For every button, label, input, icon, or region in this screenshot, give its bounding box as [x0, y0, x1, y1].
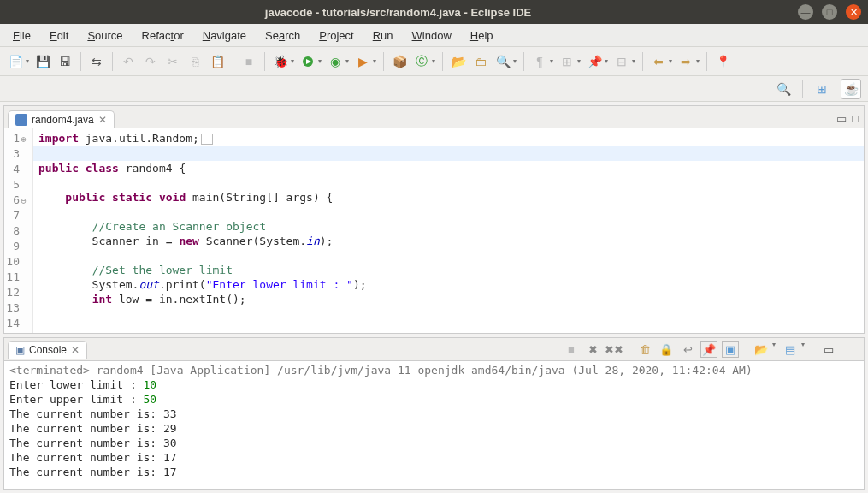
console-line: The current number is: 17: [9, 450, 859, 465]
console-line: The current number is: 33: [9, 407, 859, 421]
run-button[interactable]: [298, 51, 318, 72]
menu-refactor[interactable]: Refactor: [134, 27, 192, 45]
console-line: Enter upper limit : 50: [9, 392, 859, 407]
line-number-gutter: 1⊕3 4 5 6⊖7 8 9 10 11 12 13 14: [4, 128, 33, 333]
menu-bar: File Edit Source Refactor Navigate Searc…: [0, 24, 868, 47]
annotation-button[interactable]: ⊟: [611, 51, 632, 72]
menu-run[interactable]: Run: [365, 27, 401, 45]
console-tab-close-icon[interactable]: ✕: [71, 344, 80, 356]
console-pin-icon[interactable]: 📌: [700, 341, 717, 358]
open-task-button[interactable]: 🗀: [470, 51, 491, 72]
menu-help[interactable]: Help: [463, 27, 501, 45]
console-output[interactable]: <terminated> random4 [Java Application] …: [4, 361, 864, 489]
undo-button[interactable]: ↶: [118, 51, 139, 72]
save-all-button[interactable]: 🖫: [55, 51, 75, 72]
perspective-bar: 🔍 ⊞ ☕: [0, 76, 868, 102]
console-line: Enter lower limit : 10: [9, 377, 859, 392]
console-terminate-icon[interactable]: ■: [563, 341, 580, 358]
editor-tab-random4[interactable]: random4.java ✕: [8, 110, 115, 128]
menu-window[interactable]: Window: [404, 27, 459, 45]
java-perspective-button[interactable]: ☕: [841, 79, 861, 99]
editor-maximize-icon[interactable]: □: [852, 112, 859, 125]
open-type-button[interactable]: 📂: [448, 51, 469, 72]
editor-tab-label: random4.java: [32, 114, 94, 126]
pin-button[interactable]: 📌: [584, 51, 605, 72]
console-tab-label: Console: [29, 344, 67, 356]
quick-access-search-icon[interactable]: 🔍: [773, 79, 794, 99]
window-minimize-button[interactable]: —: [798, 4, 813, 20]
link-editor-button[interactable]: ⇆: [86, 51, 107, 72]
console-terminated-line: <terminated> random4 [Java Application] …: [9, 363, 859, 377]
editor-minimize-icon[interactable]: ▭: [836, 112, 847, 125]
coverage-button[interactable]: ◉: [325, 51, 345, 72]
console-tab[interactable]: ▣ Console ✕: [8, 341, 87, 359]
editor-tab-row: random4.java ✕ ▭ □: [4, 106, 864, 128]
main-toolbar: 📄▾ 💾 🖫 ⇆ ↶ ↷ ✂ ⎘ 📋 ■ 🐞▾ ▾ ◉▾ ▶▾ 📦 Ⓒ▾ 📂 🗀…: [0, 47, 868, 76]
run-last-button[interactable]: ▶: [352, 51, 373, 72]
window-title: javacode - tutorials/src/random4.java - …: [7, 6, 789, 19]
console-line: The current number is: 17: [9, 465, 859, 479]
menu-project[interactable]: Project: [311, 27, 361, 45]
menu-edit[interactable]: Edit: [42, 27, 76, 45]
console-scroll-lock-icon[interactable]: 🔒: [658, 341, 675, 358]
window-maximize-button[interactable]: □: [822, 4, 837, 20]
toggle-mark-button[interactable]: ¶: [529, 51, 550, 72]
console-tab-row: ▣ Console ✕ ■ ✖ ✖✖ 🗑 🔒 ↩ 📌 ▣ 📂▾ ▤▾ ▭ □: [4, 338, 864, 361]
new-class-button[interactable]: Ⓒ: [411, 51, 432, 72]
menu-navigate[interactable]: Navigate: [195, 27, 254, 45]
terminate-button[interactable]: ■: [239, 51, 259, 72]
search-button[interactable]: 🔍: [493, 51, 513, 72]
console-word-wrap-icon[interactable]: ↩: [679, 341, 696, 358]
console-pane: ▣ Console ✕ ■ ✖ ✖✖ 🗑 🔒 ↩ 📌 ▣ 📂▾ ▤▾ ▭ □ <…: [3, 337, 865, 490]
code-editor[interactable]: 1⊕3 4 5 6⊖7 8 9 10 11 12 13 14 import ja…: [4, 128, 864, 333]
toggle-block-button[interactable]: ⊞: [557, 51, 577, 72]
save-button[interactable]: 💾: [32, 51, 53, 72]
menu-search[interactable]: Search: [257, 27, 308, 45]
window-close-button[interactable]: ✕: [846, 4, 861, 20]
menu-file[interactable]: File: [5, 27, 38, 45]
console-display-icon[interactable]: ▤: [782, 341, 799, 358]
console-minimize-icon[interactable]: ▭: [820, 341, 837, 358]
console-remove-all-icon[interactable]: ✖✖: [605, 341, 623, 358]
redo-button[interactable]: ↷: [140, 51, 161, 72]
java-file-icon: [15, 114, 27, 126]
window-titlebar: javacode - tutorials/src/random4.java - …: [0, 0, 868, 24]
console-remove-terminated-icon[interactable]: ✖: [584, 341, 601, 358]
back-button[interactable]: ⬅: [648, 51, 669, 72]
console-toolbar: ■ ✖ ✖✖ 🗑 🔒 ↩ 📌 ▣ 📂▾ ▤▾ ▭ □: [563, 341, 864, 358]
console-icon: ▣: [15, 344, 25, 356]
console-maximize-icon[interactable]: □: [841, 341, 859, 358]
paste-button[interactable]: 📋: [207, 51, 227, 72]
code-content[interactable]: import java.util.Random; public class ra…: [33, 128, 864, 333]
console-line: The current number is: 29: [9, 421, 859, 436]
new-button[interactable]: 📄: [5, 51, 26, 72]
editor-pane: random4.java ✕ ▭ □ 1⊕3 4 5 6⊖7 8 9 10 11…: [3, 105, 865, 334]
new-package-button[interactable]: 📦: [389, 51, 410, 72]
console-show-console-icon[interactable]: ▣: [722, 341, 739, 358]
console-line: The current number is: 30: [9, 436, 859, 450]
cut-button[interactable]: ✂: [162, 51, 183, 72]
pin-editor-button[interactable]: 📍: [712, 51, 733, 72]
debug-button[interactable]: 🐞: [270, 51, 291, 72]
copy-button[interactable]: ⎘: [185, 51, 205, 72]
open-perspective-button[interactable]: ⊞: [812, 79, 832, 99]
forward-button[interactable]: ➡: [676, 51, 696, 72]
menu-source[interactable]: Source: [80, 27, 130, 45]
console-open-icon[interactable]: 📂: [753, 341, 770, 358]
editor-tab-close-icon[interactable]: ✕: [98, 114, 107, 126]
console-clear-icon[interactable]: 🗑: [636, 341, 653, 358]
